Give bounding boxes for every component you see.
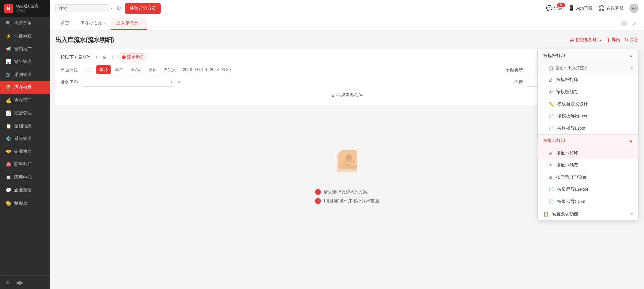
display-excel-icon: 📄 xyxy=(549,187,554,192)
date-7days[interactable]: 近7天 xyxy=(127,65,144,74)
sidebar-item-member[interactable]: 👑 畅会员 xyxy=(0,196,50,209)
dropdown-item-template-pdf[interactable]: 📄 按模板导出pdf xyxy=(538,122,638,134)
tab-minimize-icon[interactable]: ⬜ xyxy=(620,20,628,28)
search-chevron-icon[interactable]: ▾ xyxy=(111,6,112,10)
app-logo: B 畅捷通好生意 标准版 xyxy=(0,0,50,17)
refresh-btn[interactable]: ↻ 刷新 xyxy=(624,37,639,43)
filter-add-btn[interactable]: ＋ xyxy=(94,54,99,61)
logo-icon: B xyxy=(4,4,13,13)
dropdown-settings-item[interactable]: 📋 设置默认功能 ▾ xyxy=(538,208,638,220)
business-more-btn[interactable]: ▾ xyxy=(178,80,180,85)
filter-collapse-icon[interactable]: 《 xyxy=(109,54,114,60)
messages-badge: 99+ xyxy=(557,3,565,7)
dropdown-item-template-print[interactable]: 🖨 按模板打印 xyxy=(538,74,638,86)
tabs-bar: 首页 库存批次账 × 出入库流水 × ⬜ ⤢ xyxy=(50,17,644,30)
date-options: 上月 本月 本年 近7天 更多 自定义 xyxy=(81,65,179,74)
trial-button[interactable]: 体验行业方案 xyxy=(125,3,161,14)
sidebar-item-collab-label: 企业协同 xyxy=(14,149,32,155)
date-this-month[interactable]: 本月 xyxy=(96,65,111,74)
dropdown-item-display-settings[interactable]: ⚙ 按显示打印设置 xyxy=(538,171,638,183)
sidebar-item-operation[interactable]: 📈 经营管理 xyxy=(0,107,50,120)
date-more[interactable]: 更多 xyxy=(145,65,159,74)
date-custom[interactable]: 自定义 xyxy=(161,65,179,74)
messages-btn[interactable]: 💬 消息 99+ xyxy=(546,5,563,11)
display-settings-icon: ⚙ xyxy=(549,175,553,180)
sidebar: B 畅捷通好生意 标准版 🔍 搜索菜单 ⚡ 快捷导航 📢 营销推广 📊 销售管理… xyxy=(0,0,50,289)
tab-flow-close[interactable]: × xyxy=(140,21,142,25)
template-preview-label: 按模板预览 xyxy=(556,89,578,95)
online-service-label: 在线客服 xyxy=(606,5,624,11)
dropdown-item-display-preview[interactable]: 👁 按显示预览 xyxy=(538,159,638,171)
sidebar-item-app-center[interactable]: 🔲 应用中心 xyxy=(0,171,50,184)
dropdown-item-template-preview[interactable]: 👁 按模板预览 xyxy=(538,86,638,98)
sidebar-item-wechat[interactable]: 💬 企业微信 xyxy=(0,184,50,196)
dropdown-close-icon[interactable]: ▲ xyxy=(629,53,633,58)
tab-batch-label: 库存批次账 xyxy=(80,20,102,26)
gear-icon[interactable]: ⚙ xyxy=(116,5,121,11)
search-input[interactable] xyxy=(55,4,109,12)
dropdown-item-display-print[interactable]: 🖨 按显示打印 xyxy=(538,147,638,159)
export-icon: ⬆ xyxy=(606,37,610,43)
display-excel-label: 按显示导出excel xyxy=(557,186,589,192)
avatar[interactable]: Rit xyxy=(629,4,639,13)
sidebar-item-marketing[interactable]: 📢 营销推广 xyxy=(0,43,50,55)
dropdown-item-display-pdf[interactable]: 📄 按显示导出pdf xyxy=(538,195,638,208)
sidebar-item-sales[interactable]: 📊 销售管理 xyxy=(0,55,50,68)
print-dropdown-panel: 按模板打印 ▲ 📋 当前：出入库流水 ▾ 🖨 按模板打印 👁 按模板预览 ✏️ … xyxy=(537,49,639,220)
app-download-btn[interactable]: 📱 App下载 xyxy=(568,5,593,11)
dropdown-item-template-design[interactable]: ✏️ 模板自定义设计 xyxy=(538,98,638,110)
tab-home[interactable]: 首页 xyxy=(55,18,75,30)
sidebar-item-search[interactable]: 🔍 搜索菜单 xyxy=(0,17,50,30)
print-chevron-icon: ▲ xyxy=(599,38,602,42)
display-print-section-label: 按显示打印 xyxy=(543,138,565,144)
tab-expand-icon[interactable]: ⤢ xyxy=(631,20,639,28)
purchase-icon: 🛒 xyxy=(5,72,11,78)
display-preview-icon: 👁 xyxy=(549,163,553,168)
dropdown-item-display-excel[interactable]: 📄 按显示导出excel xyxy=(538,183,638,195)
sidebar-item-guide[interactable]: 🎯 新手引导 xyxy=(0,158,50,171)
empty-hint-1: 1 请先选择要分析的方案 xyxy=(315,189,379,195)
sidebar-item-inventory[interactable]: 📦 库存核算 xyxy=(0,81,50,94)
refresh-icon: ↻ xyxy=(624,37,628,43)
online-service-btn[interactable]: 🎧 在线客服 xyxy=(598,5,624,11)
sidebar-item-basic-label: 基础信息 xyxy=(14,123,32,129)
current-label: 当前：出入库流水 xyxy=(556,65,588,71)
date-range-text: 2023-06-01 至 2023-06-30 xyxy=(183,67,231,73)
export-btn[interactable]: ⬆ 导出 xyxy=(606,37,620,43)
sidebar-item-finance-label: 资金管理 xyxy=(14,97,32,103)
filter-setting-icon[interactable]: ⚙ xyxy=(102,55,107,60)
date-last-month[interactable]: 上月 xyxy=(81,65,95,74)
filter-tag-item[interactable]: 🔴 流水明细 xyxy=(118,53,147,61)
dropdown-title: 按模板打印 xyxy=(543,53,565,59)
tab-flow-label: 出入库流水 xyxy=(116,20,138,26)
sidebar-item-collab[interactable]: 🤝 企业协同 xyxy=(0,145,50,158)
filter-label: 按以下方案查询 xyxy=(61,54,91,60)
display-print-section[interactable]: 按显示打印 ▲ xyxy=(538,134,638,147)
print-template-btn[interactable]: 🖨 按模板打印 ▲ xyxy=(569,37,602,43)
type-field-label: 单据类型 xyxy=(505,67,523,73)
settings-icon[interactable]: ⚙ xyxy=(5,279,10,286)
collab-icon: 🤝 xyxy=(5,149,11,155)
print-icon: 🖨 xyxy=(569,37,574,43)
dropdown-item-template-excel[interactable]: 📄 按模板导出excel xyxy=(538,110,638,122)
sidebar-item-finance[interactable]: 💰 资金管理 xyxy=(0,94,50,107)
current-arrow-icon[interactable]: ▾ xyxy=(631,66,633,70)
sidebar-item-quick-nav[interactable]: ⚡ 快捷导航 xyxy=(0,30,50,43)
template-pdf-icon: 📄 xyxy=(549,126,554,131)
sidebar-item-system[interactable]: ⚙️ 系统管理 xyxy=(0,132,50,145)
date-this-year[interactable]: 本年 xyxy=(112,65,126,74)
template-design-label: 模板自定义设计 xyxy=(557,101,588,107)
sidebar-item-purchase[interactable]: 🛒 采购管理 xyxy=(0,68,50,81)
tab-flow[interactable]: 出入库流水 × xyxy=(111,18,147,30)
sidebar-item-sales-label: 销售管理 xyxy=(14,59,32,65)
business-select-wrap xyxy=(81,78,175,87)
tab-batch-close[interactable]: × xyxy=(104,21,106,25)
app-center-icon: 🔲 xyxy=(5,174,11,180)
collapse-icon[interactable]: ◀▶ xyxy=(16,279,24,286)
tab-batch-account[interactable]: 库存批次账 × xyxy=(75,18,111,30)
business-select[interactable] xyxy=(81,78,175,87)
filter-tag-row: 🔴 流水明细 xyxy=(118,53,147,61)
sidebar-item-basic[interactable]: 📋 基础信息 xyxy=(0,120,50,132)
basic-icon: 📋 xyxy=(5,123,11,129)
display-pdf-icon: 📄 xyxy=(549,199,554,204)
